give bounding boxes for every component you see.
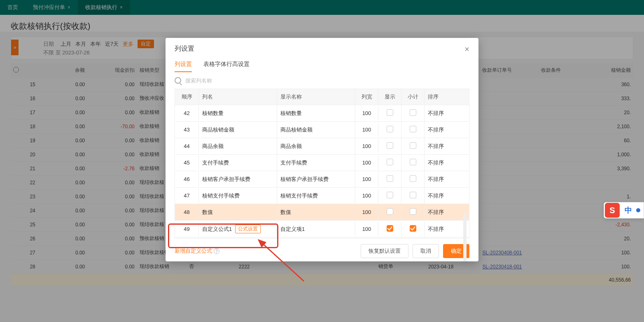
search-icon (175, 77, 181, 84)
help-icon[interactable]: ? (214, 248, 219, 254)
column-row[interactable]: 44商品余额商品余额100不排序 (175, 138, 469, 155)
ime-widget[interactable]: S 中 (604, 202, 644, 219)
subtotal-checkbox[interactable] (410, 225, 416, 232)
add-formula-link[interactable]: 新增自定义公式? (175, 247, 219, 255)
column-row[interactable]: 49自定义公式1公式设置自定义项1100不排序 (175, 221, 469, 238)
ime-dot-icon (636, 208, 640, 212)
restore-default-button[interactable]: 恢复默认设置 (361, 244, 408, 258)
show-checkbox[interactable] (387, 126, 393, 132)
subtotal-checkbox[interactable] (410, 142, 416, 149)
subtotal-checkbox[interactable] (410, 175, 416, 182)
show-checkbox[interactable] (387, 175, 393, 182)
cancel-button[interactable]: 取消 (413, 244, 439, 258)
columns-table: 顺序 列名 显示名称 列宽 显示 小计 排序 42核销数量核销数量100不排序4… (175, 89, 469, 238)
ime-brand-icon: S (605, 203, 620, 218)
close-icon[interactable]: × (464, 45, 469, 53)
subtotal-checkbox[interactable] (410, 159, 416, 165)
column-settings-modal: 列设置 × 列设置 表格字体行高设置 顺序 列名 显示名称 列宽 显示 小计 排… (166, 38, 478, 261)
modal-tabs: 列设置 表格字体行高设置 (166, 56, 478, 72)
search-input[interactable] (185, 78, 469, 84)
subtotal-checkbox[interactable] (410, 126, 416, 132)
column-row[interactable]: 42核销数量核销数量100不排序 (175, 105, 469, 122)
column-row[interactable]: 46核销客户承担手续费核销客户承担手续费100不排序 (175, 171, 469, 188)
column-row[interactable]: 45支付手续费支付手续费100不排序 (175, 155, 469, 171)
subtotal-checkbox[interactable] (410, 192, 416, 198)
show-checkbox[interactable] (387, 225, 393, 232)
formula-settings-button[interactable]: 公式设置 (235, 225, 261, 233)
column-row[interactable]: 43商品核销金额商品核销金额100不排序 (175, 122, 469, 138)
column-row[interactable]: 48数值数值100不排序 (175, 204, 469, 221)
scrollbar[interactable] (463, 213, 467, 261)
ime-lang[interactable]: 中 (621, 205, 636, 215)
modal-tab-font[interactable]: 表格字体行高设置 (203, 61, 250, 72)
show-checkbox[interactable] (387, 192, 393, 198)
column-row[interactable]: 47核销支付手续费核销支付手续费100不排序 (175, 188, 469, 204)
modal-title: 列设置 (175, 45, 194, 53)
subtotal-checkbox[interactable] (410, 208, 416, 215)
show-checkbox[interactable] (387, 208, 393, 215)
columns-table-header: 顺序 列名 显示名称 列宽 显示 小计 排序 (175, 89, 469, 105)
modal-tab-columns[interactable]: 列设置 (175, 61, 192, 72)
show-checkbox[interactable] (387, 142, 393, 149)
show-checkbox[interactable] (387, 109, 393, 116)
show-checkbox[interactable] (387, 159, 393, 165)
subtotal-checkbox[interactable] (410, 109, 416, 116)
